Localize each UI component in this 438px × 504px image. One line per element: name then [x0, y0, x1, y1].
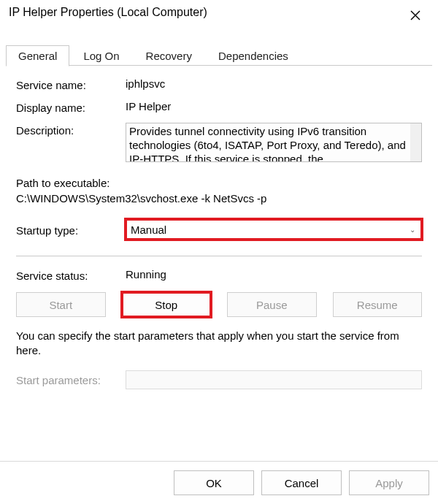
tab-content-general: Service name: iphlpsvc Display name: IP …: [0, 66, 438, 461]
pause-button: Pause: [227, 292, 317, 317]
startup-type-value: Manual: [131, 224, 166, 236]
start-button: Start: [16, 292, 106, 317]
service-name-label: Service name:: [16, 77, 126, 91]
description-content: Provides tunnel connectivity using IPv6 …: [129, 125, 406, 162]
display-name-value: IP Helper: [126, 100, 422, 112]
ok-button[interactable]: OK: [174, 470, 254, 495]
tab-recovery[interactable]: Recovery: [134, 45, 204, 66]
service-status-value: Running: [126, 268, 422, 280]
start-parameters-hint: You can specify the start parameters tha…: [16, 329, 422, 359]
window-title: IP Helper Properties (Local Computer): [9, 4, 207, 19]
start-parameters-input: [126, 370, 422, 389]
tab-log-on[interactable]: Log On: [71, 45, 131, 66]
resume-button: Resume: [333, 292, 423, 317]
stop-button[interactable]: Stop: [122, 292, 212, 317]
startup-type-label: Startup type:: [16, 223, 126, 237]
start-parameters-label: Start parameters:: [16, 373, 126, 386]
chevron-down-icon: ⌄: [410, 226, 415, 234]
service-status-label: Service status:: [16, 268, 126, 282]
cancel-button[interactable]: Cancel: [261, 470, 342, 495]
service-name-value: iphlpsvc: [126, 77, 422, 90]
tab-general[interactable]: General: [6, 45, 69, 66]
close-button[interactable]: [400, 4, 431, 26]
service-properties-dialog: IP Helper Properties (Local Computer) Ge…: [0, 0, 438, 504]
separator: [16, 256, 422, 256]
title-bar: IP Helper Properties (Local Computer): [0, 0, 438, 29]
path-label: Path to executable:: [16, 175, 422, 191]
dialog-footer: OK Cancel Apply: [0, 461, 438, 504]
description-scrollbar[interactable]: [410, 123, 421, 161]
display-name-label: Display name:: [16, 100, 126, 114]
apply-button[interactable]: Apply: [349, 470, 429, 495]
description-text[interactable]: Provides tunnel connectivity using IPv6 …: [126, 123, 422, 162]
startup-type-select[interactable]: Manual ⌄: [126, 219, 422, 240]
description-label: Description:: [16, 123, 126, 137]
tab-dependencies[interactable]: Dependencies: [206, 45, 301, 66]
close-icon: [410, 10, 420, 20]
tab-strip: General Log On Recovery Dependencies: [0, 42, 438, 66]
path-value: C:\WINDOWS\System32\svchost.exe -k NetSv…: [16, 191, 422, 206]
